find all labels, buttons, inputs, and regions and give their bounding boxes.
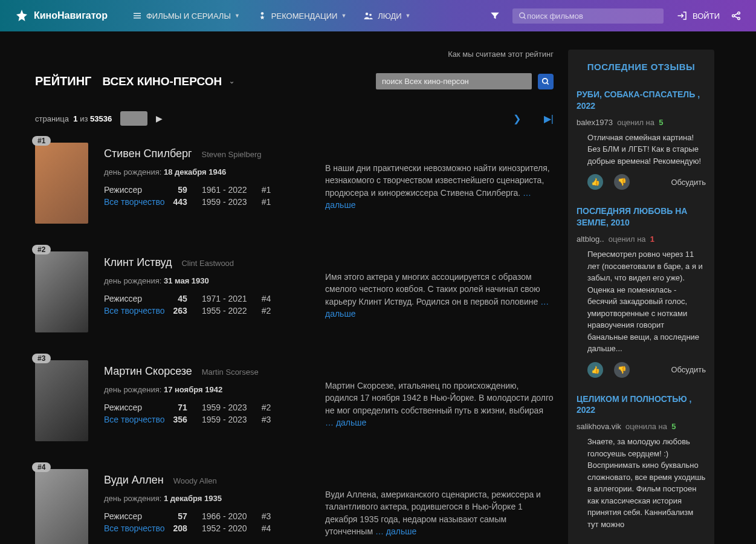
header-bar: КиноНавигатор ФИЛЬМЫ И СЕРИАЛЫ ▼ РЕКОМЕН… [0,0,756,31]
role-label: Режиссер [104,401,173,413]
caret-down-icon: ▼ [341,13,346,19]
login-button[interactable]: ВОЙТИ [677,10,720,21]
svg-point-5 [369,14,372,16]
pager: страница 1 из 53536 ▶ ❯ ▶| [35,111,554,126]
svg-line-13 [734,16,738,18]
filter-icon[interactable] [489,10,500,21]
thumb-down-button[interactable]: 👎 [614,362,630,378]
rank-badge: #1 [32,136,51,146]
role-label: Режиссер [104,184,173,196]
review-movie-link[interactable]: РУБИ, СОБАКА-СПАСАТЕЛЬ , 2022 [577,89,706,112]
nav-films[interactable]: ФИЛЬМЫ И СЕРИАЛЫ ▼ [132,10,240,21]
read-more-link[interactable]: … дальше [375,526,416,536]
role-rank: #2 [262,401,280,413]
pager-go-button[interactable]: ▶ [156,114,163,123]
pager-page-input[interactable] [120,111,147,126]
person-name-ru[interactable]: Мартин Скорсезе [104,365,192,377]
login-icon [677,10,688,21]
role-count: 57 [173,510,202,522]
all-count: 208 [173,522,202,534]
chevron-down-icon: ⌄ [229,77,234,85]
header-search[interactable] [512,8,664,24]
all-rank: #2 [262,305,280,317]
portrait-image[interactable] [35,360,88,441]
review-text: Знаете, за молодую любовь голосуешь серд… [577,436,706,530]
role-years: 1961 - 2022 [202,184,262,196]
search-icon [541,77,550,86]
rating-methodology-link[interactable]: Как мы считаем этот рейтинг [35,50,554,59]
person-row: #1 Стивен Спилберг Steven Spielberg день… [35,143,554,224]
svg-point-14 [543,78,548,83]
portrait-image[interactable] [35,143,88,224]
role-count: 71 [173,401,202,413]
review-item: ЦЕЛИКОМ И ПОЛНОСТЬЮ , 2022 salikhova.vik… [577,393,706,531]
role-count: 45 [173,293,202,305]
person-name-ru[interactable]: Стивен Спилберг [104,147,192,160]
all-works-link[interactable]: Все творчество [104,413,173,426]
person-star-icon [257,10,268,21]
svg-point-6 [520,13,525,18]
person-row: #2 Клинт Иствуд Clint Eastwood день рожд… [35,251,554,332]
review-item: РУБИ, СОБАКА-СПАСАТЕЛЬ , 2022 balex1973 … [577,89,706,190]
review-movie-link[interactable]: ПОСЛЕДНЯЯ ЛЮБОВЬ НА ЗЕМЛЕ, 2010 [577,206,706,228]
bio-text: Мартин Скорсезе, итальянец по происхожде… [325,360,554,441]
review-user-link[interactable]: altblog.. [577,235,604,244]
person-search-button[interactable] [538,74,554,89]
logo[interactable]: КиноНавигатор [15,8,108,23]
person-name-ru[interactable]: Клинт Иствуд [104,256,172,268]
person-search-input[interactable] [376,73,532,89]
thumb-down-button[interactable]: 👎 [614,174,630,190]
all-rank: #3 [262,413,280,426]
thumb-up-button[interactable]: 👍 [587,362,603,378]
svg-line-12 [734,13,738,15]
svg-line-7 [524,17,526,19]
pager-last-button[interactable]: ▶| [544,113,554,125]
read-more-link[interactable]: … дальше [325,188,531,210]
role-rank: #4 [262,293,280,305]
caret-down-icon: ▼ [405,13,411,19]
all-works-link[interactable]: Все творчество [104,522,173,534]
review-movie-link[interactable]: ЦЕЛИКОМ И ПОЛНОСТЬЮ , 2022 [577,393,706,416]
pager-next-button[interactable]: ❯ [513,113,521,125]
nav-recommendations[interactable]: РЕКОМЕНДАЦИИ ▼ [257,10,346,21]
all-works-link[interactable]: Все творчество [104,305,173,317]
all-count: 443 [173,196,202,208]
person-name-en: Martin Scorsese [202,368,259,377]
category-dropdown[interactable]: ВСЕХ КИНО-ПЕРСОН ⌄ [102,75,234,88]
thumb-up-button[interactable]: 👍 [587,174,603,190]
discuss-link[interactable]: Обсудить [671,178,706,187]
svg-line-15 [547,82,549,84]
header-search-input[interactable] [527,11,657,21]
all-count: 263 [173,305,202,317]
people-icon [363,10,374,21]
review-user-link[interactable]: salikhova.vik [577,422,621,431]
main-content: Как мы считаем этот рейтинг РЕЙТИНГ ВСЕХ… [35,50,554,544]
sidebar-title: ПОСЛЕДНИЕ ОТЗЫВЫ [577,62,706,72]
read-more-link[interactable]: … дальше [325,418,366,427]
portrait-image[interactable] [35,469,88,544]
person-row: #3 Мартин Скорсезе Martin Scorsese день … [35,360,554,441]
rank-badge: #2 [32,245,51,254]
birth-date: день рождения: 18 декабря 1946 [104,167,309,176]
all-years: 1959 - 2023 [202,413,262,426]
review-item: ПОСЛЕДНЯЯ ЛЮБОВЬ НА ЗЕМЛЕ, 2010 altblog.… [577,206,706,377]
all-rank: #1 [262,196,280,208]
role-count: 59 [173,184,202,196]
portrait-image[interactable] [35,251,88,332]
search-icon [519,11,527,21]
person-name-en: Woody Allen [173,476,217,485]
role-label: Режиссер [104,510,173,522]
person-row: #4 Вуди Аллен Woody Allen день рождения:… [35,469,554,544]
share-icon[interactable] [731,10,741,21]
sidebar-reviews: ПОСЛЕДНИЕ ОТЗЫВЫ РУБИ, СОБАКА-СПАСАТЕЛЬ … [568,50,714,544]
rank-badge: #4 [32,462,51,472]
all-works-link[interactable]: Все творчество [104,196,173,208]
nav-people[interactable]: ЛЮДИ ▼ [363,10,410,21]
read-more-link[interactable]: … дальше [325,297,549,319]
birth-date: день рождения: 1 декабря 1935 [104,494,309,503]
review-user-link[interactable]: balex1973 [577,118,613,127]
discuss-link[interactable]: Обсудить [671,365,706,374]
role-rank: #1 [262,184,280,196]
role-years: 1971 - 2021 [202,293,262,305]
person-name-ru[interactable]: Вуди Аллен [104,474,164,486]
